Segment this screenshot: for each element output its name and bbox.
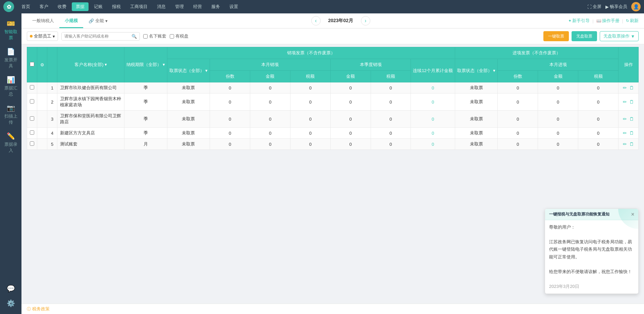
new-guide-link[interactable]: ✦ 新手引导 — [568, 18, 590, 24]
user-avatar[interactable]: 👤 — [631, 2, 641, 11]
sidebar-label-invoice-summary: 票据汇总 — [3, 85, 19, 97]
table-row: 5 测试账套 月 未取票 0 0 0 0 0 0 未取票 0 0 0 ✏ 🗒 — [27, 139, 639, 150]
search-button[interactable]: 🔍 — [129, 33, 140, 40]
select-all-checkbox[interactable] — [30, 62, 34, 66]
row-s-12m-link[interactable]: 0 — [432, 100, 434, 105]
current-date: 2023年02月 — [324, 18, 358, 24]
no-disk-fetch-button[interactable]: 无盘取票 — [572, 31, 597, 41]
employee-dropdown[interactable]: 全部员工 ▾ — [27, 32, 58, 41]
edit-icon[interactable]: ✏ — [623, 116, 627, 122]
nav-home[interactable]: 首页 — [17, 2, 34, 11]
edit-icon[interactable]: ✏ — [623, 141, 627, 147]
nav-tax[interactable]: 报税 — [108, 2, 125, 11]
row-settings — [37, 93, 47, 111]
row-actions: ✏ 🗒 — [619, 128, 639, 139]
sidebar-item-smart-fetch[interactable]: 🎫 智能取票 — [0, 16, 21, 44]
row-checkbox[interactable] — [27, 139, 37, 150]
row-s-12m: 0 — [411, 111, 455, 128]
sub-account-check[interactable] — [143, 34, 148, 39]
sidebar-item-invoice-summary[interactable]: 📊 票据汇总 — [0, 72, 21, 101]
row-checkbox[interactable] — [27, 111, 37, 128]
detail-icon[interactable]: 🗒 — [629, 85, 634, 90]
row-s-monthly-count: 0 — [210, 82, 250, 93]
row-checkbox[interactable] — [27, 82, 37, 93]
search-input[interactable] — [62, 33, 129, 40]
sidebar-chat[interactable]: 💬 — [4, 281, 18, 296]
header-sales-group: 销项发票（不含作废票） — [167, 47, 455, 59]
filter-icon-customer[interactable]: ▾ — [105, 62, 107, 67]
row-actions: ✏ 🗒 — [619, 82, 639, 93]
prev-month-button[interactable]: ‹ — [311, 16, 321, 25]
sidebar-item-invoice-issue[interactable]: 📄 发票开具 — [0, 44, 21, 72]
tab-all-in-one[interactable]: 🔗 全能 ▾ — [83, 14, 113, 28]
edit-icon[interactable]: ✏ — [623, 99, 627, 105]
header-12m: 连续12个月累计金额 — [411, 59, 455, 82]
sidebar-settings[interactable]: ⚙️ — [4, 296, 18, 311]
tab-small-scale[interactable]: 小规模 — [59, 14, 83, 28]
row-checkbox[interactable] — [27, 93, 37, 111]
row-actions: ✏ 🗒 — [619, 139, 639, 150]
nav-billing[interactable]: 收费 — [54, 2, 70, 11]
sidebar-label-scan-upload: 扫描上传 — [3, 113, 19, 125]
search-box: 🔍 — [61, 32, 140, 41]
header-s-monthly-amount: 金额 — [250, 71, 290, 82]
tab-small-label: 小规模 — [65, 18, 78, 24]
row-s-12m-link[interactable]: 0 — [432, 142, 434, 147]
sidebar-item-scan-upload[interactable]: 📷 扫描上传 — [0, 101, 21, 129]
row-s-quarterly-amount: 0 — [330, 128, 371, 139]
next-month-button[interactable]: › — [361, 16, 370, 25]
nav-service[interactable]: 服务 — [207, 2, 224, 11]
tax-policy-link[interactable]: ⓘ 税务政策 — [27, 306, 50, 312]
nav-business[interactable]: 工商项目 — [126, 2, 152, 11]
filter-right-buttons: 一键取票 无盘取票 无盘取票操作 ▼ — [543, 31, 639, 41]
edit-icon[interactable]: ✏ — [623, 130, 627, 136]
header-purchase-status: 取票状态（全部） ▾ — [455, 59, 498, 82]
nav-message[interactable]: 消息 — [153, 2, 170, 11]
nav-settings[interactable]: 设置 — [225, 2, 242, 11]
fullscreen-btn[interactable]: ⛶ 全屏 — [587, 4, 601, 10]
sidebar-item-invoice-entry[interactable]: ✏️ 票据录入 — [0, 129, 21, 157]
row-s-12m: 0 — [411, 82, 455, 93]
detail-icon[interactable]: 🗒 — [629, 130, 634, 136]
row-p-monthly-count: 0 — [498, 93, 538, 111]
header-s-quarterly-amount: 金额 — [330, 71, 371, 82]
one-click-fetch-button[interactable]: 一键取票 — [543, 31, 569, 41]
edit-icon[interactable]: ✏ — [623, 85, 627, 90]
row-s-12m-link[interactable]: 0 — [432, 131, 434, 136]
tab-general-taxpayer[interactable]: 一般纳税人 — [27, 14, 59, 28]
table-settings-icon[interactable]: ⚙ — [40, 62, 44, 67]
detail-icon[interactable]: 🗒 — [629, 116, 634, 122]
detail-icon[interactable]: 🗒 — [629, 141, 634, 147]
nav-customer[interactable]: 客户 — [36, 2, 52, 11]
nav-operation[interactable]: 经营 — [189, 2, 206, 11]
nav-invoice[interactable]: 票据 — [72, 2, 89, 11]
filter-icon-sales-status[interactable]: ▾ — [205, 68, 208, 73]
filter-icon-tax-period[interactable]: ▾ — [163, 62, 165, 67]
row-settings — [37, 139, 47, 150]
row-s-monthly-amount: 0 — [250, 82, 290, 93]
notification-text: 尊敬的用户： 江苏政务网已恢复访问电子税务局功能，易代账一键登陆电子税务局与无盘… — [549, 224, 634, 290]
tab-date-bar: 一般纳税人 小规模 🔗 全能 ▾ ‹ 2023年02月 › ✦ 新手引导 — [21, 13, 644, 28]
row-s-12m-link[interactable]: 0 — [432, 85, 434, 90]
no-disk-ops-button[interactable]: 无盘取票操作 ▼ — [600, 31, 639, 41]
sub-account-checkbox[interactable]: 名下账套 — [143, 33, 166, 39]
row-s-12m-link[interactable]: 0 — [432, 117, 434, 122]
tax-disk-check[interactable] — [170, 34, 174, 39]
vip-btn[interactable]: ▶ 畅享会员 — [605, 4, 627, 10]
row-p-monthly-tax: 0 — [578, 82, 619, 93]
filter-icon-purchase-status[interactable]: ▾ — [493, 68, 495, 73]
employee-chevron-icon: ▾ — [53, 34, 55, 39]
nav-management[interactable]: 管理 — [171, 2, 188, 11]
row-customer-name: 卫辉市保和堂医药有限公司卫辉路店 — [57, 111, 124, 128]
nav-bookkeeping[interactable]: 记账 — [90, 2, 107, 11]
row-checkbox[interactable] — [27, 128, 37, 139]
manual-link[interactable]: 📖 操作手册 — [596, 18, 620, 24]
sidebar-label-smart-fetch: 智能取票 — [3, 29, 19, 41]
refresh-link[interactable]: ↻ 刷新 — [626, 18, 639, 24]
detail-icon[interactable]: 🗒 — [629, 99, 634, 105]
row-s-monthly-tax: 0 — [290, 93, 330, 111]
header-monthly-purchase: 本月进项 — [498, 59, 619, 71]
tax-disk-checkbox[interactable]: 有税盘 — [170, 33, 189, 39]
sidebar-label-invoice-entry: 票据录入 — [3, 141, 19, 153]
row-purchase-status: 未取票 — [455, 82, 498, 93]
